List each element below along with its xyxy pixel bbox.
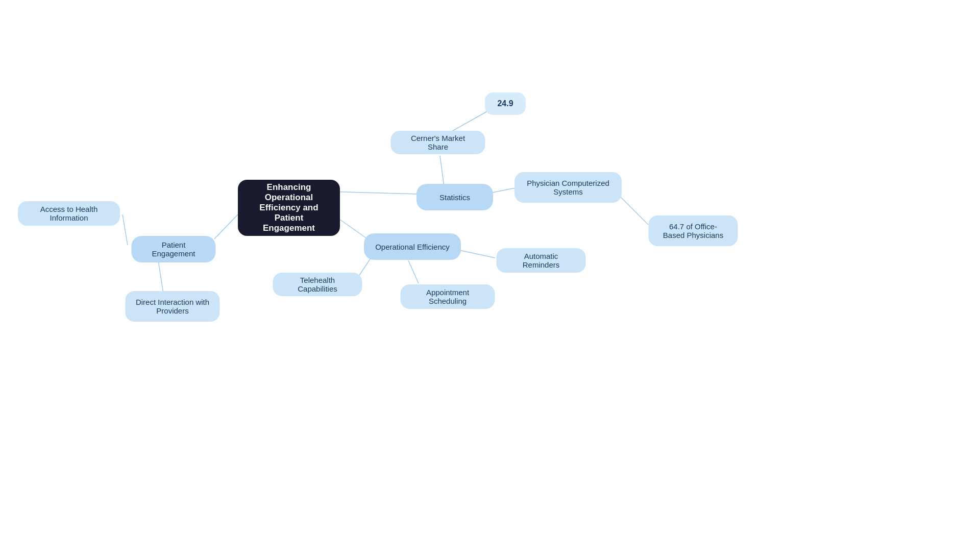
direct-interaction-node: Direct Interaction with Providers [126, 291, 220, 322]
svg-line-6 [408, 260, 419, 283]
automatic-reminders-node: Automatic Reminders [497, 248, 586, 273]
svg-line-7 [459, 250, 495, 258]
appointment-scheduling-node: Appointment Scheduling [401, 284, 495, 309]
svg-line-9 [490, 188, 516, 193]
center-node: Enhancing Operational Efficiency and Pat… [238, 180, 340, 236]
svg-line-8 [440, 156, 444, 186]
svg-line-11 [618, 194, 648, 225]
physician-computerized-node: Physician Computerized Systems [514, 172, 622, 203]
svg-line-0 [214, 214, 238, 239]
statistics-node: Statistics [416, 184, 493, 210]
svg-line-3 [122, 214, 128, 245]
svg-line-1 [340, 220, 368, 239]
svg-line-2 [327, 191, 419, 194]
value-647-node: 64.7 of Office-Based Physicians [649, 215, 738, 246]
access-health-node: Access to Health Information [18, 201, 120, 226]
svg-line-4 [158, 260, 163, 294]
operational-efficiency-node: Operational Efficiency [364, 233, 461, 260]
patient-engagement-node: Patient Engagement [132, 236, 216, 262]
value-249-node: 24.9 [485, 92, 526, 115]
cerner-market-node: Cerner's Market Share [391, 131, 485, 154]
telehealth-node: Telehealth Capabilities [273, 273, 362, 296]
svg-line-10 [449, 110, 490, 133]
